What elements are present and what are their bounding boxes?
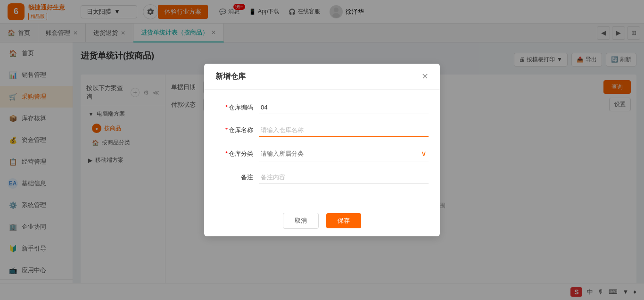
category-label: 仓库分类 xyxy=(215,150,253,158)
code-input[interactable] xyxy=(259,101,429,114)
save-button[interactable]: 保存 xyxy=(326,213,361,228)
category-select-wrapper[interactable]: ∨ xyxy=(259,146,429,161)
category-chevron-icon: ∨ xyxy=(421,149,427,158)
add-warehouse-modal: 新增仓库 ✕ 仓库编码 仓库名称 仓库分类 ∨ xyxy=(204,64,440,236)
form-row-code: 仓库编码 xyxy=(215,101,429,114)
name-label: 仓库名称 xyxy=(215,126,253,134)
modal-title: 新增仓库 xyxy=(215,72,246,82)
code-label: 仓库编码 xyxy=(215,103,253,112)
modal-close-button[interactable]: ✕ xyxy=(421,71,429,82)
cancel-button[interactable]: 取消 xyxy=(283,213,319,229)
note-input[interactable] xyxy=(259,171,429,184)
note-label: 备注 xyxy=(215,173,253,182)
modal-footer: 取消 保存 xyxy=(204,205,440,236)
name-input[interactable] xyxy=(259,124,429,137)
modal-header: 新增仓库 ✕ xyxy=(204,64,440,90)
form-row-note: 备注 xyxy=(215,171,429,184)
modal-overlay[interactable]: 新增仓库 ✕ 仓库编码 仓库名称 仓库分类 ∨ xyxy=(0,0,644,300)
form-row-name: 仓库名称 xyxy=(215,124,429,137)
category-input[interactable] xyxy=(261,150,421,157)
modal-body: 仓库编码 仓库名称 仓库分类 ∨ 备注 xyxy=(204,90,440,205)
form-row-category: 仓库分类 ∨ xyxy=(215,146,429,161)
